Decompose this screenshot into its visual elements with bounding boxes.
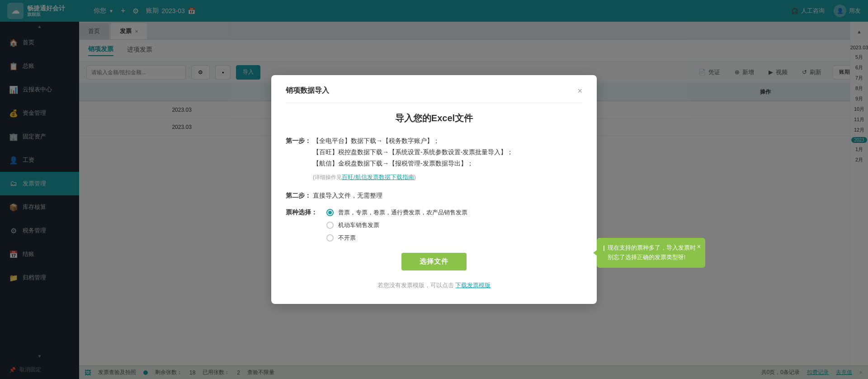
radio-label-no-ticket: 不开票 — [338, 234, 356, 242]
step1-link: (详细操作见百旺/航信发票数据下载指南) — [313, 171, 582, 183]
template-link-row: 若您没有发票模版，可以点击 下载发票模版 — [286, 281, 582, 289]
guide-link[interactable]: 百旺/航信发票数据下载指南 — [342, 174, 414, 180]
radio-group: 普票，专票，卷票，通行费发票，农产品销售发票 机动车销售发票 不开票 — [323, 208, 467, 242]
modal-body-title: 导入您的Excel文件 — [286, 112, 582, 124]
radio-motor[interactable]: 机动车销售发票 — [326, 221, 467, 229]
radio-circle-general — [326, 209, 334, 216]
radio-circle-motor — [326, 222, 334, 229]
step1-row: 第一步： 【全电平台】数据下载→【税务数字账户】； 【百旺】税控盘数据下载→【系… — [286, 135, 582, 183]
radio-general[interactable]: 普票，专票，卷票，通行费发票，农产品销售发票 — [326, 208, 467, 217]
step1-line1: 【全电平台】数据下载→【税务数字账户】； — [313, 135, 582, 147]
template-hint: 若您没有发票模版，可以点击 — [377, 282, 454, 289]
modal-title: 销项数据导入 — [286, 86, 329, 95]
radio-label-general: 普票，专票，卷票，通行费发票，农产品销售发票 — [338, 208, 467, 217]
modal-close-button[interactable]: × — [577, 87, 582, 95]
tooltip-close-button[interactable]: × — [697, 242, 701, 251]
modal-overlay: 销项数据导入 × 导入您的Excel文件 第一步： 【全电平台】数据下载→【税务… — [0, 0, 868, 379]
radio-no-ticket[interactable]: 不开票 — [326, 234, 467, 242]
step1-line2: 【百旺】税控盘数据下载→【系统设置-系统参数设置-发票批量导入】； — [313, 147, 582, 158]
step1-label: 第一步： — [286, 135, 313, 147]
modal-header: 销项数据导入 × — [286, 86, 582, 103]
ticket-label: 票种选择： — [286, 208, 317, 217]
step2-label: 第二步： — [286, 190, 313, 201]
import-modal: 销项数据导入 × 导入您的Excel文件 第一步： 【全电平台】数据下载→【税务… — [271, 75, 597, 304]
step1-line3: 【航信】金税盘数据下载→【报税管理-发票数据导出】； — [313, 158, 582, 169]
tooltip-box: × | 现在支持的票种多了，导入发票时别忘了选择正确的发票类型呀! — [597, 238, 705, 268]
tooltip-text: 现在支持的票种多了，导入发票时别忘了选择正确的发票类型呀! — [608, 243, 699, 262]
step1-content: 【全电平台】数据下载→【税务数字账户】； 【百旺】税控盘数据下载→【系统设置-系… — [313, 135, 582, 183]
radio-label-motor: 机动车销售发票 — [338, 221, 379, 229]
download-template-link[interactable]: 下载发票模版 — [455, 282, 491, 289]
radio-circle-no-ticket — [326, 234, 334, 242]
ticket-options: 票种选择： 普票，专票，卷票，通行费发票，农产品销售发票 机动车销售发票 不开票 — [286, 208, 582, 242]
step2-content: 直接导入文件，无需整理 — [313, 190, 582, 201]
select-file-button[interactable]: 选择文件 — [401, 253, 467, 270]
step2-row: 第二步： 直接导入文件，无需整理 — [286, 190, 582, 201]
